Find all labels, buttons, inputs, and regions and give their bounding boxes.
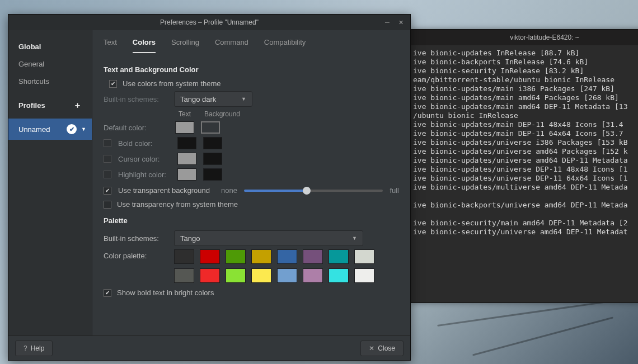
close-icon: ✕ (369, 344, 374, 352)
sidebar-profile-unnamed[interactable]: Unnamed ✔ ▼ (8, 119, 92, 140)
col-header-text: Text (175, 110, 194, 118)
col-header-background: Background (204, 110, 240, 118)
palette-swatch[interactable] (329, 249, 349, 264)
palette-swatch[interactable] (354, 249, 374, 264)
bold-bright-checkbox[interactable]: ✔ (104, 289, 111, 297)
transparency-full-label: full (390, 186, 399, 195)
chevron-down-icon: ▼ (241, 96, 246, 102)
default-color-label: Default color: (104, 124, 168, 132)
minimize-button[interactable]: ─ (381, 17, 393, 27)
color-palette-label: Color palette: (104, 249, 168, 260)
sidebar: Global General Shortcuts Profiles ＋ Unna… (8, 30, 92, 335)
transparency-none-label: none (221, 186, 237, 195)
titlebar: Preferences – Profile "Unnamed" ─ ✕ (8, 15, 410, 30)
palette-swatch[interactable] (251, 268, 271, 283)
default-bg-swatch[interactable] (201, 121, 220, 134)
cursor-bg-swatch[interactable] (203, 153, 222, 165)
terminal-window: viktor-latitude-E6420: ~ ive bionic-upda… (410, 29, 638, 303)
sidebar-heading-profiles: Profiles ＋ (8, 93, 92, 115)
add-profile-icon[interactable]: ＋ (73, 100, 82, 111)
bold-color-label: Bold color: (118, 139, 171, 148)
palette-grid (174, 249, 374, 283)
palette-swatch[interactable] (200, 249, 220, 264)
tab-command[interactable]: Command (215, 38, 248, 53)
builtin-scheme-dropdown[interactable]: Tango dark ▼ (174, 91, 252, 107)
profile-label: Unnamed (18, 125, 50, 134)
tab-bar: Text Colors Scrolling Command Compatibil… (92, 30, 410, 56)
help-icon: ? (24, 344, 27, 352)
use-system-colors-label: Use colors from system theme (123, 79, 221, 88)
cursor-color-label: Cursor color: (118, 155, 171, 163)
builtin-schemes-label: Built-in schemes: (104, 95, 168, 103)
help-button[interactable]: ? Help (15, 341, 53, 356)
cursor-text-swatch[interactable] (177, 153, 196, 165)
sidebar-heading-global: Global (8, 36, 92, 55)
tab-scrolling[interactable]: Scrolling (171, 38, 199, 53)
bold-bright-label: Show bold text in bright colors (117, 289, 214, 297)
highlight-color-checkbox[interactable] (104, 171, 111, 178)
slider-thumb[interactable] (303, 187, 311, 195)
terminal-title: viktor-latitude-E6420: ~ (411, 30, 638, 45)
palette-builtin-label: Built-in schemes: (104, 234, 168, 243)
section-palette: Palette (104, 216, 399, 225)
transparency-system-label: Use transparency from system theme (117, 200, 238, 209)
terminal-output: ive bionic-updates InRelease [88.7 kB] i… (411, 45, 638, 240)
close-window-button[interactable]: ✕ (395, 17, 407, 27)
palette-swatch[interactable] (200, 268, 220, 283)
transparency-system-checkbox[interactable] (104, 201, 111, 209)
palette-swatch[interactable] (277, 268, 297, 283)
close-button[interactable]: ✕ Close (360, 341, 404, 356)
palette-swatch[interactable] (277, 249, 297, 264)
palette-swatch[interactable] (251, 249, 271, 264)
palette-swatch[interactable] (226, 268, 246, 283)
palette-swatch[interactable] (303, 249, 323, 264)
palette-swatch[interactable] (174, 268, 194, 283)
chevron-down-icon[interactable]: ▼ (81, 126, 86, 132)
highlight-text-swatch[interactable] (177, 168, 196, 181)
use-system-colors-checkbox[interactable]: ✔ (109, 80, 117, 88)
palette-swatch[interactable] (303, 268, 323, 283)
transparency-slider[interactable] (244, 190, 383, 192)
bold-bg-swatch[interactable] (203, 137, 222, 149)
palette-swatch[interactable] (174, 249, 194, 264)
sidebar-item-shortcuts[interactable]: Shortcuts (8, 73, 92, 90)
cursor-color-checkbox[interactable] (104, 155, 111, 163)
chevron-down-icon: ▼ (352, 235, 357, 241)
palette-swatch[interactable] (329, 268, 349, 283)
tab-compatibility[interactable]: Compatibility (264, 38, 306, 53)
transparent-bg-checkbox[interactable]: ✔ (104, 187, 111, 195)
bold-text-swatch[interactable] (177, 137, 196, 149)
highlight-color-label: Highlight color: (118, 171, 171, 179)
highlight-bg-swatch[interactable] (203, 168, 222, 181)
window-title: Preferences – Profile "Unnamed" (160, 18, 259, 26)
sidebar-item-general[interactable]: General (8, 55, 92, 73)
section-text-bg-color: Text and Background Color (104, 65, 399, 74)
transparent-bg-label: Use transparent background (118, 186, 210, 195)
palette-swatch[interactable] (354, 268, 374, 283)
tab-text[interactable]: Text (104, 38, 117, 53)
default-text-swatch[interactable] (175, 121, 194, 134)
preferences-dialog: Preferences – Profile "Unnamed" ─ ✕ Glob… (8, 14, 411, 361)
palette-swatch[interactable] (226, 249, 246, 264)
bold-color-checkbox[interactable] (104, 139, 111, 147)
tab-colors[interactable]: Colors (133, 38, 156, 53)
check-icon: ✔ (67, 124, 77, 134)
palette-scheme-dropdown[interactable]: Tango ▼ (174, 230, 363, 246)
